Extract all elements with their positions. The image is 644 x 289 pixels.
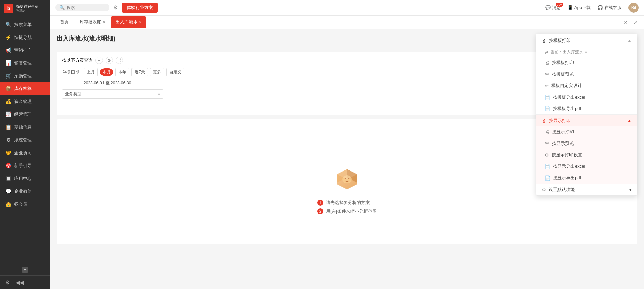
custom-dates-btn[interactable]: 自定义 — [166, 68, 184, 76]
tab-home[interactable]: 首页 — [55, 16, 74, 28]
dropdown-item-template-pdf[interactable]: 📄 按模板导出pdf — [536, 103, 637, 114]
dropdown-item-template-print[interactable]: 🖨 按模板打印 — [536, 57, 637, 69]
wechat-icon: 💬 — [5, 188, 11, 194]
app-download-button[interactable]: 📱 App下载 — [567, 5, 591, 11]
logo-icon: b — [4, 4, 13, 13]
current-year-btn[interactable]: 本年 — [115, 68, 129, 76]
sidebar-item-label: 新手引导 — [14, 163, 32, 169]
empty-step-1: 1 请先选择要分析的方案 — [317, 200, 377, 206]
display-print-icon: 🖨 — [545, 129, 549, 135]
filter-collapse-button[interactable]: 《 — [116, 57, 123, 64]
sidebar-item-basic-info[interactable]: 📋 基础信息 — [0, 121, 50, 134]
business-type-arrow: ▾ — [158, 92, 160, 97]
sidebar-item-operations[interactable]: 📈 经营管理 — [0, 108, 50, 121]
sidebar-item-member[interactable]: 👑 畅会员 — [0, 198, 50, 211]
operations-icon: 📈 — [5, 111, 11, 117]
current-month-btn[interactable]: 本月 — [100, 68, 113, 76]
template-print-icon: 🖨 — [545, 60, 549, 65]
sidebar-item-label: 经营管理 — [14, 111, 32, 117]
window-close-btn[interactable]: ✕ — [622, 19, 629, 26]
app-tag: 标准版 — [16, 9, 38, 13]
sidebar-item-finance[interactable]: 💰 资金管理 — [0, 95, 50, 108]
current-template-icon: 🖨 — [545, 50, 549, 55]
sidebar-nav: 🔍 搜索菜单 ⚡ 快捷导航 📢 营销推广 📊 销售管理 🛒 采购管理 📦 库存核… — [0, 17, 50, 267]
dropdown-header-label: 按模板打印 — [549, 37, 571, 44]
header-search-icon: 🔍 — [59, 5, 65, 10]
display-section-title[interactable]: 🖨 按显示打印 ▲ — [536, 115, 637, 126]
sidebar-item-marketing[interactable]: 📢 营销推广 — [0, 44, 50, 57]
header-settings-icon[interactable]: ⚙ — [113, 4, 118, 11]
sidebar-collapse-icon[interactable]: ◀◀ — [16, 279, 24, 286]
sidebar-item-inventory[interactable]: 📦 库存核算 — [0, 82, 50, 95]
filter-settings-button[interactable]: ⚙ — [106, 57, 113, 64]
sales-icon: 📊 — [5, 60, 11, 66]
sidebar-item-sales[interactable]: 📊 销售管理 — [0, 57, 50, 70]
marketing-icon: 📢 — [5, 47, 11, 53]
sidebar-item-label: 畅会员 — [14, 201, 27, 207]
sidebar-scroll-down[interactable]: ▼ — [22, 267, 28, 273]
footer-arrow: ▾ — [629, 187, 632, 192]
sidebar-item-enterprise[interactable]: 🤝 企业协同 — [0, 147, 50, 159]
tab-batch-account[interactable]: 库存批次账 × — [75, 16, 110, 28]
tab-batch-account-close[interactable]: × — [103, 20, 105, 24]
template-print-label: 按模板打印 — [552, 60, 574, 66]
dropdown-item-template-excel[interactable]: 📄 按模板导出excel — [536, 91, 637, 103]
dropdown-item-template-custom[interactable]: ✏ 模板自定义设计 — [536, 80, 637, 91]
last-7-days-btn[interactable]: 近7天 — [131, 68, 148, 76]
window-maximize-btn[interactable]: ⤢ — [632, 19, 639, 26]
display-print-label: 按显示打印 — [552, 129, 574, 135]
template-excel-icon: 📄 — [545, 95, 550, 100]
sidebar-item-app-center[interactable]: 🔲 应用中心 — [0, 172, 50, 185]
sidebar-item-label: 基础信息 — [14, 124, 32, 130]
member-icon: 👑 — [5, 201, 11, 207]
display-section-arrow: ▲ — [627, 118, 632, 123]
message-icon: 💬 — [545, 5, 551, 10]
dropdown-item-display-preview[interactable]: 👁 按显示预览 — [536, 138, 637, 149]
messages-button[interactable]: 💬 消息 99+ — [545, 5, 561, 11]
sidebar-item-label: 采购管理 — [14, 73, 32, 79]
tab-in-out-flow-label: 出入库流水 — [116, 19, 138, 25]
template-custom-label: 模板自定义设计 — [551, 83, 582, 89]
step-2-number: 2 — [317, 208, 323, 214]
sidebar-settings-icon[interactable]: ⚙ — [5, 279, 10, 286]
filter-add-button[interactable]: + — [95, 57, 103, 64]
sidebar-item-guide[interactable]: 🎯 新手引导 — [0, 159, 50, 172]
sidebar-item-wechat[interactable]: 💬 企业微信 — [0, 185, 50, 198]
search-input[interactable] — [67, 5, 100, 10]
dropdown-header[interactable]: 🖨 按模板打印 ▲ — [536, 34, 637, 47]
prev-month-btn[interactable]: 上月 — [84, 68, 98, 76]
window-controls: ✕ ⤢ — [622, 19, 639, 26]
sidebar-item-label: 资金管理 — [14, 99, 32, 105]
dropdown-item-display-excel[interactable]: 📄 按显示导出excel — [536, 161, 637, 172]
dropdown-item-display-pdf[interactable]: 📄 按显示导出pdf — [536, 172, 637, 184]
dropdown-header-arrow: ▲ — [627, 38, 632, 43]
trial-button[interactable]: 体验行业方案 — [122, 3, 158, 13]
dropdown-item-display-print[interactable]: 🖨 按显示打印 — [536, 126, 637, 138]
dropdown-item-display-settings[interactable]: ⚙ 按显示打印设置 — [536, 149, 637, 161]
sidebar-item-search[interactable]: 🔍 搜索菜单 — [0, 18, 50, 31]
template-pdf-icon: 📄 — [545, 106, 550, 111]
header: 🔍 ⚙ 体验行业方案 💬 消息 99+ 📱 App下载 🎧 在线客服 Rit — [50, 0, 644, 16]
tab-in-out-flow[interactable]: 出入库流水 × — [111, 16, 146, 28]
more-dates-btn[interactable]: 更多 — [150, 68, 164, 76]
dropdown-footer[interactable]: ⚙ 设置默认功能 ▾ — [536, 184, 637, 195]
business-type-select[interactable]: 业务类型 ▾ — [62, 89, 163, 99]
display-pdf-icon: 📄 — [545, 175, 550, 181]
sidebar-item-label: 系统管理 — [14, 137, 32, 143]
sidebar-item-label: 快捷导航 — [14, 34, 32, 41]
display-settings-label: 按显示打印设置 — [552, 152, 582, 158]
sidebar-bottom: ⚙ ◀◀ — [0, 275, 50, 289]
header-search-box[interactable]: 🔍 — [55, 4, 109, 11]
display-section-icon: 🖨 — [542, 118, 546, 123]
step-2-text: 用[选]条件来缩小分析范围 — [326, 208, 377, 214]
user-avatar[interactable]: Rit — [628, 3, 639, 13]
customer-service-button[interactable]: 🎧 在线客服 — [597, 5, 622, 11]
system-icon: ⚙ — [5, 137, 11, 143]
sidebar-item-quick-nav[interactable]: ⚡ 快捷导航 — [0, 31, 50, 44]
tab-in-out-flow-close[interactable]: × — [139, 20, 141, 24]
app-download-label: App下载 — [574, 5, 591, 11]
tab-batch-account-label: 库存批次账 — [80, 19, 101, 25]
sidebar-item-system[interactable]: ⚙ 系统管理 — [0, 134, 50, 147]
dropdown-item-template-preview[interactable]: 👁 按模板预览 — [536, 69, 637, 80]
sidebar-item-purchase[interactable]: 🛒 采购管理 — [0, 70, 50, 82]
